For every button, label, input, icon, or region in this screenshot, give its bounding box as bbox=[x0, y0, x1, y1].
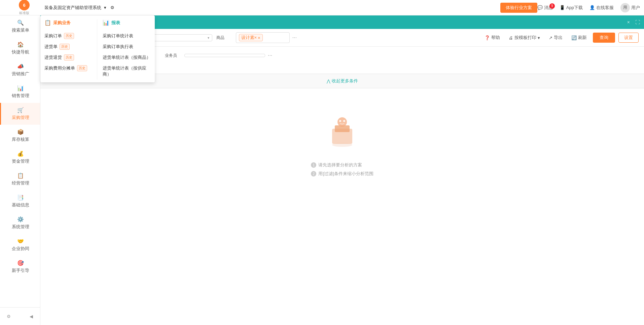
settings-button[interactable]: 设置 bbox=[618, 33, 639, 43]
search-icon: 🔍 bbox=[17, 19, 24, 26]
avatar: 用 bbox=[620, 3, 630, 12]
sidebar-bottom: ⚙ ◀ bbox=[0, 307, 40, 325]
svg-point-5 bbox=[343, 120, 345, 122]
query-button[interactable]: 查询 bbox=[593, 33, 615, 43]
collapse-up-icon: ⋀ bbox=[327, 79, 330, 84]
user-label: 用户 bbox=[631, 5, 640, 11]
tab-fullscreen-icon[interactable]: ⛶ bbox=[634, 18, 641, 26]
sidebar-item-quick[interactable]: 🏠 快捷导航 bbox=[0, 37, 40, 59]
refresh-button[interactable]: 🔄 刷新 bbox=[569, 33, 589, 42]
sidebar-item-inventory[interactable]: 📦 库存核算 bbox=[0, 125, 40, 147]
purchase-title-text: 采购业务 bbox=[53, 20, 71, 26]
menu-item-return[interactable]: 进货退货 历史 bbox=[44, 52, 93, 63]
tip1-text: 请先选择要分析的方案 bbox=[318, 162, 362, 168]
trial-button[interactable]: 体验行业方案 bbox=[500, 3, 537, 13]
sidebar-item-label: 库存核算 bbox=[12, 136, 29, 143]
menu-item-label: 采购订单统计表 bbox=[103, 33, 133, 39]
export-label: 导出 bbox=[554, 35, 563, 41]
sidebar: 🔍 搜索菜单 🏠 快捷导航 📣 营销推广 📊 销售管理 🛒 采购管理 📦 库存核… bbox=[0, 15, 40, 325]
goods-input[interactable]: 设计素× × bbox=[236, 32, 290, 43]
collapse-button[interactable]: ⋀ 收起更多条件 bbox=[327, 76, 358, 86]
svg-point-3 bbox=[337, 117, 347, 127]
menu-item-purchase-order[interactable]: 采购订单 历史 bbox=[44, 31, 93, 41]
purchase-dropdown-menu: 📋 采购业务 采购订单 历史 进货单 历史 进货退货 历史 采购费用分摊单 历史 bbox=[40, 15, 155, 82]
goods-more-icon[interactable]: ··· bbox=[292, 35, 297, 41]
tip2-num: 2 bbox=[311, 171, 316, 176]
menu-item-label: 采购订单 bbox=[44, 33, 62, 39]
top-header: 6 标准版 装备及固定资产辅助管理系统 ▾ ⚙ 体验行业方案 💬 消息 9 📱 … bbox=[0, 0, 644, 15]
menu-item-expense[interactable]: 采购费用分摊单 历史 bbox=[44, 63, 93, 74]
header-right: 💬 消息 9 📱 App下载 👤 在线客服 用 用户 bbox=[537, 3, 640, 12]
sidebar-item-label: 资金管理 bbox=[12, 158, 29, 164]
logo-icon: 6 bbox=[19, 0, 30, 10]
message-icon: 💬 bbox=[537, 5, 543, 10]
menu-item-order-stats[interactable]: 采购订单统计表 bbox=[103, 31, 151, 41]
logo-subtitle: 标准版 bbox=[19, 11, 29, 15]
sidebar-settings-btn[interactable]: ⚙ bbox=[3, 311, 14, 322]
online-service-button[interactable]: 👤 在线客服 bbox=[589, 5, 614, 11]
sidebar-item-capital[interactable]: 💰 资金管理 bbox=[0, 147, 40, 168]
history-badge-3: 历史 bbox=[77, 65, 87, 71]
user-button[interactable]: 用 用户 bbox=[620, 3, 640, 12]
system-name-text: 装备及固定资产辅助管理系统 bbox=[44, 5, 101, 11]
empty-tips: 1 请先选择要分析的方案 2 用[过滤]条件来缩小分析范围 bbox=[311, 162, 373, 177]
purchase-business-title: 📋 采购业务 bbox=[44, 19, 93, 27]
app-download-button[interactable]: 📱 App下载 bbox=[560, 5, 583, 11]
basic-icon: 📑 bbox=[17, 194, 24, 201]
menu-item-label: 采购费用分摊单 bbox=[44, 65, 75, 71]
sidebar-item-purchase[interactable]: 🛒 采购管理 bbox=[0, 103, 40, 125]
sidebar-item-operation[interactable]: 📋 经营管理 bbox=[0, 168, 40, 190]
empty-tip-2: 2 用[过滤]条件来缩小分析范围 bbox=[311, 171, 373, 177]
menu-item-order-exec[interactable]: 采购订单执行表 bbox=[103, 41, 151, 52]
sidebar-item-label: 搜索菜单 bbox=[12, 27, 29, 33]
menu-item-label: 进货单 bbox=[44, 44, 58, 50]
menu-item-stock-in[interactable]: 进货单 历史 bbox=[44, 41, 93, 52]
sidebar-collapse-btn[interactable]: ◀ bbox=[26, 311, 37, 322]
inventory-icon: 📦 bbox=[17, 129, 24, 135]
sidebar-item-label: 系统管理 bbox=[12, 224, 29, 230]
print-arrow-icon: ▾ bbox=[538, 35, 540, 40]
purchase-business-col: 📋 采购业务 采购订单 历史 进货单 历史 进货退货 历史 采购费用分摊单 历史 bbox=[40, 19, 97, 80]
salesman-filter-item: 业务员 ··· bbox=[165, 52, 272, 58]
salesman-input[interactable] bbox=[184, 54, 265, 57]
menu-item-label: 采购订单执行表 bbox=[103, 44, 133, 50]
tip2-text: 用[过滤]条件来缩小分析范围 bbox=[318, 171, 373, 177]
enterprise-icon: 🤝 bbox=[17, 238, 24, 244]
report-title-icon: 📊 bbox=[103, 19, 109, 26]
menu-item-stock-stats-supplier[interactable]: 进货单统计表（按供应商） bbox=[103, 63, 151, 80]
salesman-more-icon[interactable]: ··· bbox=[268, 52, 272, 58]
sidebar-item-label: 企业协同 bbox=[12, 246, 29, 252]
app-download-label: App下载 bbox=[566, 5, 583, 11]
system-dropdown-icon[interactable]: ▾ bbox=[104, 5, 106, 10]
export-button[interactable]: ↗ 导出 bbox=[546, 33, 565, 42]
system-icon: ⚙️ bbox=[17, 216, 24, 222]
sidebar-item-marketing[interactable]: 📣 营销推广 bbox=[0, 59, 40, 81]
sidebar-item-label: 销售管理 bbox=[12, 93, 29, 99]
sidebar-item-enterprise[interactable]: 🤝 企业协同 bbox=[0, 234, 40, 256]
help-button[interactable]: ❓ 帮助 bbox=[482, 33, 503, 42]
sidebar-item-newuser[interactable]: 🎯 新手引导 bbox=[0, 256, 40, 278]
sidebar-item-basic[interactable]: 📑 基础信息 bbox=[0, 190, 40, 212]
message-button[interactable]: 💬 消息 9 bbox=[537, 5, 553, 11]
refresh-icon: 🔄 bbox=[571, 35, 577, 40]
sidebar-item-label: 采购管理 bbox=[12, 115, 29, 121]
sidebar-item-search[interactable]: 🔍 搜索菜单 bbox=[0, 15, 40, 37]
home-icon: 🏠 bbox=[17, 41, 24, 48]
sidebar-item-sales[interactable]: 📊 销售管理 bbox=[0, 81, 40, 103]
tab-close-all-icon[interactable]: × bbox=[626, 18, 631, 26]
system-settings-icon[interactable]: ⚙ bbox=[110, 5, 114, 10]
sidebar-item-label: 新手引导 bbox=[12, 268, 29, 274]
empty-tip-1: 1 请先选择要分析的方案 bbox=[311, 162, 373, 168]
refresh-label: 刷新 bbox=[578, 35, 587, 41]
report-title: 📊 报表 bbox=[103, 19, 151, 27]
menu-item-stock-stats-goods[interactable]: 进货单统计表（按商品） bbox=[103, 52, 151, 63]
goods-label: 商品 bbox=[216, 35, 233, 41]
print-button[interactable]: 🖨 按模板打印 ▾ bbox=[506, 33, 543, 42]
menu-overlay-inner: 📋 采购业务 采购订单 历史 进货单 历史 进货退货 历史 采购费用分摊单 历史 bbox=[40, 19, 155, 80]
sidebar-item-system[interactable]: ⚙️ 系统管理 bbox=[0, 212, 40, 234]
history-badge-1: 历史 bbox=[60, 44, 70, 50]
goods-tag-close[interactable]: × bbox=[258, 35, 260, 40]
sales-icon: 📊 bbox=[17, 85, 24, 91]
collapse-label: 收起更多条件 bbox=[332, 78, 358, 84]
history-badge-2: 历史 bbox=[64, 54, 74, 60]
